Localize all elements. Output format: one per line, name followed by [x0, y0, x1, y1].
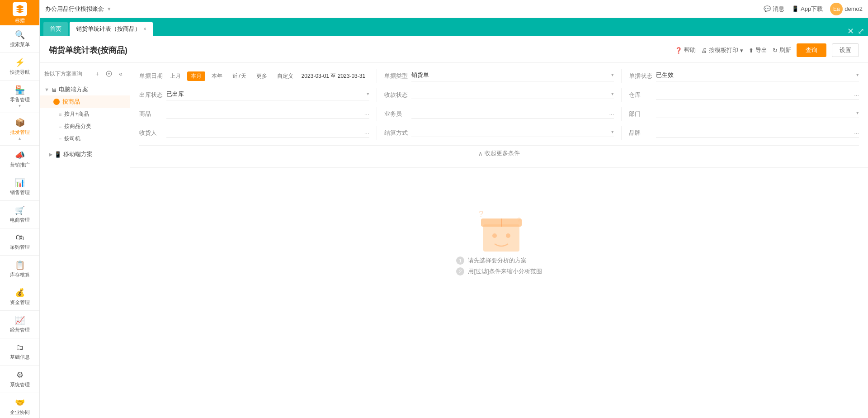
export-button[interactable]: ⬆ 导出 [749, 46, 767, 54]
staff-value[interactable]: ... [411, 109, 614, 119]
sidebar-item-marketing[interactable]: 📣 营销推广 [0, 146, 39, 173]
sidebar-item-label: 企业协同 [10, 409, 30, 416]
settings-button[interactable]: 设置 [832, 43, 859, 57]
sidebar-item-enterprise-collab[interactable]: 🤝 企业协同 [0, 393, 39, 418]
top-header-right: 💬 消息 📱 App下载 Ea demo2 [764, 3, 863, 15]
sidebar-item-inventory[interactable]: 📋 库存核算 [0, 256, 39, 283]
date-tab-custom[interactable]: 自定义 [274, 71, 297, 81]
app-subtitle: 标赠 [15, 17, 25, 24]
status-value[interactable]: 已生效 ▾ [656, 71, 859, 81]
print-button[interactable]: 🖨 按模板打印 ▾ [701, 46, 743, 54]
sales-icon: 📊 [15, 178, 25, 188]
step-number-2: 2 [456, 267, 464, 276]
sidebar-item-label: 系统管理 [10, 381, 30, 388]
query-button[interactable]: 查询 [797, 43, 826, 57]
out-status-value[interactable]: 已出库 ▾ [166, 90, 369, 100]
warehouse-value[interactable]: ... [656, 90, 859, 100]
filter-payment: 结算方式 ▾ [384, 129, 614, 137]
edit-scheme-icon[interactable] [104, 69, 113, 78]
type-value[interactable]: 销货单 ▾ [411, 71, 614, 81]
filter-warehouse: 仓库 ... [629, 90, 859, 100]
date-tab-thismonth[interactable]: 本月 [187, 71, 205, 81]
sidebar-item-label: 基础信息 [10, 354, 30, 361]
add-scheme-icon[interactable]: + [93, 69, 102, 78]
sidebar-item-quick-nav[interactable]: ⚡ 快捷导航 [0, 53, 39, 81]
tab-home[interactable]: 首页 [43, 22, 68, 36]
payment-value[interactable]: ▾ [411, 129, 614, 137]
pc-section: ▼ 🖥 电脑端方案 按商品 ≡ 按月+商品 [40, 82, 130, 147]
tab-close-icon[interactable]: × [143, 26, 146, 32]
sidebar-item-search[interactable]: 🔍 搜索菜单 [0, 25, 39, 53]
type-value-text: 销货单 [411, 71, 429, 79]
type-chevron-icon: ▾ [611, 72, 614, 78]
tree-item-by-goods[interactable]: 按商品 [40, 95, 130, 108]
type-label: 单据类型 [384, 72, 408, 80]
retail-icon: 🏪 [15, 85, 25, 95]
sidebar-item-ecommerce[interactable]: 🛒 电商管理 [0, 201, 39, 228]
page-title: 销货单统计表(按商品) [49, 45, 127, 56]
empty-illustration: ? ? [472, 204, 531, 254]
export-label: 导出 [755, 46, 767, 54]
app-download-button[interactable]: 📱 App下载 [792, 5, 823, 13]
sidebar-item-retail[interactable]: 🏪 零售管理 ▾ [0, 81, 39, 113]
avatar-initials: Ea [833, 6, 840, 12]
refresh-button[interactable]: ↻ 刷新 [773, 46, 791, 54]
sidebar-item-operations[interactable]: 📈 经营管理 [0, 311, 39, 338]
sidebar-item-basics[interactable]: 🗂 基础信息 [0, 338, 39, 366]
date-tab-lastmonth[interactable]: 上月 [166, 71, 184, 81]
divider6 [621, 107, 622, 121]
collapse-panel-icon[interactable]: « [116, 69, 125, 78]
app-download-icon: 📱 [792, 5, 799, 12]
basics-icon: 🗂 [16, 343, 24, 352]
dropdown-arrow[interactable]: ▾ [108, 5, 111, 12]
tree-item-by-driver[interactable]: ≡ 按司机 [40, 133, 130, 145]
hint-2-text: 用[过滤]条件来缩小分析范围 [468, 267, 542, 276]
collect-status-chevron-icon: ▾ [611, 91, 614, 97]
brand-dots-icon[interactable]: ... [854, 128, 859, 135]
receiver-value[interactable]: ... [166, 128, 369, 138]
goods-value[interactable]: ... [166, 109, 369, 119]
filter-collect-status: 收款状态 ▾ [384, 91, 614, 99]
user-menu[interactable]: Ea demo2 [830, 3, 863, 15]
tree-item-by-goods-category[interactable]: ≡ 按商品分类 [40, 120, 130, 133]
collect-status-value[interactable]: ▾ [411, 91, 614, 99]
date-tab-7days[interactable]: 近7天 [229, 71, 250, 81]
filter-goods: 商品 ... [139, 109, 369, 119]
help-button[interactable]: ❓ 帮助 [675, 46, 696, 54]
sidebar-item-wholesale[interactable]: 📦 批发管理 ▴ [0, 113, 39, 146]
date-tab-more[interactable]: 更多 [253, 71, 271, 81]
tab-active[interactable]: 销货单统计表（按商品） × [70, 22, 153, 36]
receiver-dots-icon[interactable]: ... [364, 128, 369, 135]
mobile-section-header[interactable]: ▶ 📱 移动端方案 [40, 148, 130, 160]
driver-icon: ≡ [59, 136, 61, 142]
sidebar-item-system[interactable]: ⚙ 系统管理 [0, 366, 39, 393]
empty-state-text: 1 请先选择要分析的方案 2 用[过滤]条件来缩小分析范围 [456, 256, 542, 278]
sidebar-item-finance[interactable]: 💰 资金管理 [0, 283, 39, 311]
sidebar-item-sales[interactable]: 📊 销售管理 [0, 173, 39, 201]
step-number-1: 1 [456, 256, 464, 265]
brand-value[interactable]: ... [656, 128, 859, 138]
help-icon: ❓ [675, 47, 682, 54]
staff-dots-icon[interactable]: ... [609, 109, 614, 116]
tree-item-by-month-goods[interactable]: ≡ 按月+商品 [40, 108, 130, 120]
tab-bar: 首页 销货单统计表（按商品） × ✕ ⤢ [40, 18, 868, 36]
window-expand-icon[interactable]: ⤢ [858, 26, 864, 36]
left-panel-title: 按以下方案查询 [44, 70, 82, 78]
empty-state-item-2: 2 用[过滤]条件来缩小分析范围 [456, 267, 542, 276]
out-status-chevron-icon: ▾ [367, 91, 369, 97]
app-logo: 标赠 [0, 0, 40, 25]
dept-value[interactable]: ▾ [656, 110, 859, 118]
warehouse-dots-icon[interactable]: ... [854, 90, 859, 97]
date-tab-thisyear[interactable]: 本年 [208, 71, 226, 81]
goods-dots-icon[interactable]: ... [364, 109, 369, 116]
filter-dept: 部门 ▾ [629, 110, 859, 118]
collapse-more-conditions[interactable]: ∧ 收起更多条件 [139, 145, 859, 161]
collect-status-label: 收款状态 [384, 91, 408, 99]
pc-section-header[interactable]: ▼ 🖥 电脑端方案 [40, 84, 130, 95]
message-button[interactable]: 💬 消息 [764, 5, 784, 13]
window-close-icon[interactable]: ✕ [847, 26, 854, 36]
print-icon: 🖨 [701, 47, 707, 54]
svg-point-6 [492, 233, 497, 238]
right-panel: 单据日期 上月 本月 本年 近7天 更多 自定义 2023-03-01 至 20… [130, 63, 868, 314]
sidebar-item-purchase[interactable]: 🛍 采购管理 [0, 228, 39, 256]
